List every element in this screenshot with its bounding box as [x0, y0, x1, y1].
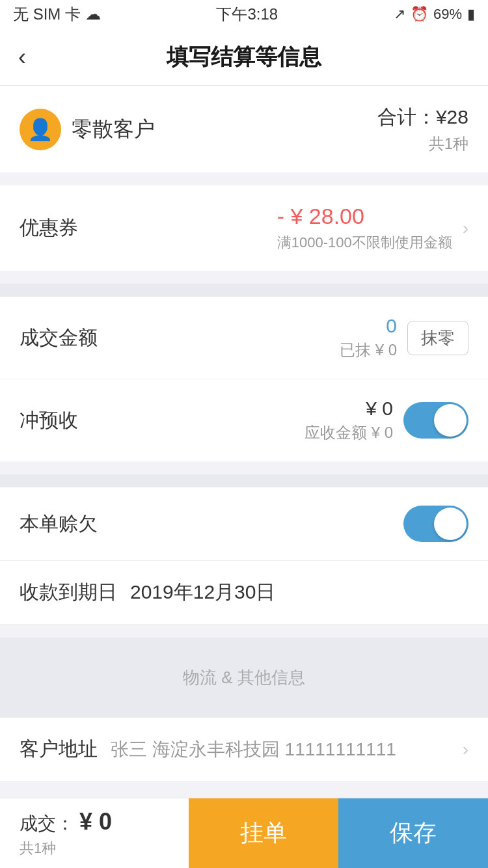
- divider-4: [0, 705, 488, 718]
- status-time: 下午3:18: [216, 4, 278, 25]
- debt-row: 本单赊欠: [0, 487, 488, 561]
- deal-amount-right: 0 已抹 ¥ 0 抹零: [340, 315, 468, 360]
- due-date-row: 收款到期日 2019年12月30日: [0, 561, 488, 625]
- customer-count: 共1种: [377, 133, 468, 154]
- prepayment-right: ¥ 0 应收金额 ¥ 0: [305, 398, 468, 443]
- bottom-trade-label: 成交：: [20, 811, 74, 836]
- coupon-row[interactable]: 优惠券 - ¥ 28.00 满1000-100不限制使用金额 ›: [0, 185, 488, 271]
- sim-status: 无 SIM 卡 ☁: [13, 4, 101, 25]
- avatar: 👤: [20, 109, 61, 150]
- debt-right: [403, 506, 468, 542]
- battery-label: 69%: [433, 6, 462, 23]
- prepayment-toggle[interactable]: [403, 402, 468, 439]
- status-bar: 无 SIM 卡 ☁ 下午3:18 ↗ ⏰ 69% ▮: [0, 0, 488, 29]
- debt-toggle-knob: [434, 508, 467, 540]
- prepayment-label: 冲预收: [20, 407, 78, 434]
- bottom-bar: 成交： ¥ 0 共1种 挂单 保存: [0, 798, 488, 868]
- status-right: ↗ ⏰ 69% ▮: [394, 6, 475, 23]
- debt-section: 本单赊欠 收款到期日 2019年12月30日: [0, 487, 488, 625]
- location-icon: ↗: [394, 6, 405, 23]
- logistics-label: 物流 & 其他信息: [0, 651, 488, 705]
- bottom-trade-amount: ¥ 0: [79, 808, 112, 835]
- bottom-count: 共1种: [20, 839, 169, 858]
- prepayment-sub: 应收金额 ¥ 0: [305, 422, 393, 443]
- divider-2: [0, 474, 488, 487]
- prepayment-value-block: ¥ 0 应收金额 ¥ 0: [305, 398, 393, 443]
- page-title: 填写结算等信息: [167, 42, 321, 72]
- content: 👤 零散客户 合计：¥28 共1种 优惠券 - ¥ 28.00 满1000-10…: [0, 86, 488, 868]
- avatar-icon: 👤: [27, 117, 53, 142]
- battery-icon: ▮: [467, 6, 475, 23]
- coupon-label: 优惠券: [20, 215, 78, 241]
- coupon-right: - ¥ 28.00 满1000-100不限制使用金额 ›: [277, 204, 468, 252]
- bottom-info: 成交： ¥ 0 共1种: [0, 808, 189, 858]
- toggle-knob: [434, 404, 467, 437]
- prepayment-amount: ¥ 0: [305, 398, 393, 420]
- debt-label: 本单赊欠: [20, 511, 98, 537]
- deal-amount-value: 0: [340, 315, 397, 337]
- moling-button[interactable]: 抹零: [407, 321, 468, 355]
- deal-amount-section: 成交金额 0 已抹 ¥ 0 抹零 冲预收 ¥ 0 应收金额 ¥ 0: [0, 297, 488, 461]
- address-label: 客户地址: [20, 736, 98, 763]
- bottom-trade: 成交： ¥ 0: [20, 808, 169, 836]
- address-chevron-icon: ›: [463, 739, 468, 760]
- customer-total: 合计：¥28: [377, 104, 468, 131]
- back-button[interactable]: ‹: [18, 44, 26, 71]
- deal-amount-label: 成交金额: [20, 325, 98, 351]
- coupon-value: - ¥ 28.00: [277, 204, 452, 229]
- coupon-desc: 满1000-100不限制使用金额: [277, 233, 452, 252]
- hang-order-button[interactable]: 挂单: [189, 798, 338, 868]
- deal-amount-sub: 已抹 ¥ 0: [340, 340, 397, 360]
- coupon-section: 优惠券 - ¥ 28.00 满1000-100不限制使用金额 ›: [0, 185, 488, 271]
- alarm-icon: ⏰: [411, 6, 428, 23]
- nav-bar: ‹ 填写结算等信息: [0, 29, 488, 86]
- address-value: 张三 海淀永丰科技园 11111111111: [111, 737, 463, 762]
- due-date-value: 2019年12月30日: [130, 579, 275, 606]
- coupon-value-block: - ¥ 28.00 满1000-100不限制使用金额: [277, 204, 452, 252]
- address-row[interactable]: 客户地址 张三 海淀永丰科技园 11111111111 ›: [0, 718, 488, 781]
- divider-3: [0, 638, 488, 651]
- customer-left: 👤 零散客户: [20, 109, 155, 150]
- save-button[interactable]: 保存: [338, 798, 488, 868]
- status-left: 无 SIM 卡 ☁: [13, 4, 101, 25]
- customer-name: 零散客户: [72, 115, 155, 144]
- customer-right: 合计：¥28 共1种: [377, 104, 468, 154]
- deal-amount-value-block: 0 已抹 ¥ 0: [340, 315, 397, 360]
- customer-row: 👤 零散客户 合计：¥28 共1种: [0, 86, 488, 172]
- coupon-chevron-icon: ›: [463, 218, 468, 239]
- address-section: 客户地址 张三 海淀永丰科技园 11111111111 ›: [0, 718, 488, 781]
- divider-1: [0, 284, 488, 297]
- debt-toggle[interactable]: [403, 506, 468, 542]
- prepayment-row: 冲预收 ¥ 0 应收金额 ¥ 0: [0, 379, 488, 461]
- due-date-label: 收款到期日: [20, 579, 117, 606]
- deal-amount-row: 成交金额 0 已抹 ¥ 0 抹零: [0, 297, 488, 379]
